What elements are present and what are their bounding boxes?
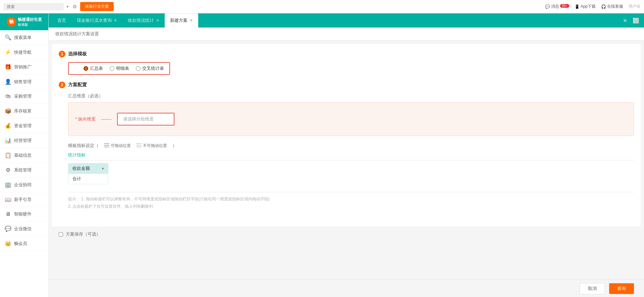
download-icon: 📱 [575, 4, 580, 9]
section1-label: 选择模板 [68, 51, 87, 57]
sidebar-item-label: 智能硬件 [14, 211, 32, 217]
breadcrumb: 收款情况统计方案设置 [49, 28, 644, 41]
indicator-header: 模板指标设定（ [68, 143, 634, 149]
user-name[interactable]: 用户名 [629, 4, 641, 9]
wechat-icon: 💬 [5, 226, 11, 232]
quick-nav-icon: ⚡ [5, 49, 11, 55]
sidebar-item-wechat[interactable]: 💬 企业微信 [0, 221, 48, 236]
sidebar-item-search-menu[interactable]: 🔍 搜索菜单 [0, 30, 48, 45]
search-input[interactable] [3, 3, 64, 10]
tab-home-label: 首页 [57, 17, 66, 23]
sidebar-item-marketing[interactable]: 🎁 营销推广 [0, 60, 48, 75]
dimension-row: * 纵向维度 —— 请选择分组维度 [75, 113, 627, 126]
svg-rect-3 [136, 143, 142, 144]
messages-button[interactable]: 💬 消息 99+ [545, 4, 569, 9]
sidebar-item-label: 快捷导航 [14, 49, 32, 55]
download-button[interactable]: 📱 App下载 [575, 4, 596, 9]
tip-text-2: 2. 点击标题栏下拉可设置排序、插入列和删除列 [68, 203, 634, 210]
tab-receipts-stats-label: 收款情况统计 [128, 17, 154, 23]
not-draggable-label: 不可拖动位置 [143, 143, 167, 149]
radio-detail[interactable]: 明细表 [110, 65, 129, 71]
radio-cross-label: 交叉统计表 [142, 65, 164, 71]
stats-table-header[interactable]: 收款金额 ▾ [68, 163, 108, 174]
radio-summary-label: 汇总表 [90, 65, 103, 71]
tab-maximize[interactable]: ⬜ [631, 16, 641, 25]
dropdown-icon[interactable]: ▾ [66, 4, 69, 9]
member-icon: 👑 [5, 240, 11, 247]
tab-bar: 首页 现金银行流水查询 ✕ 收款情况统计 ✕ 新建方案 ✕ ✕ ⬜ [49, 13, 644, 28]
settings-icon[interactable]: ⚙ [71, 4, 77, 10]
sidebar-item-inventory[interactable]: 📦 库存核算 [0, 104, 48, 118]
sidebar-item-guide[interactable]: 📖 新手引导 [0, 192, 48, 207]
cancel-button[interactable]: 取消 [580, 283, 605, 294]
industry-button[interactable]: 体验行业方案 [80, 2, 114, 11]
enterprise-icon: 🏢 [5, 182, 11, 188]
sidebar-item-operations[interactable]: 📊 经营管理 [0, 133, 48, 148]
tip-label: 提示： [68, 197, 80, 201]
radio-detail-label: 明细表 [116, 65, 129, 71]
sidebar-item-label: 搜索菜单 [14, 35, 32, 41]
sidebar-item-label: 库存核算 [14, 108, 32, 114]
stats-section-label: 统计指标 [68, 152, 634, 160]
headset-icon: 🎧 [601, 4, 606, 9]
tab-new-plan[interactable]: 新建方案 ✕ [165, 13, 198, 28]
support-button[interactable]: 🎧 在线客服 [601, 4, 623, 9]
sales-icon: 👤 [5, 79, 11, 85]
tab-close-window[interactable]: ✕ [622, 16, 629, 25]
tab-bank-flow-label: 现金银行流水查询 [77, 17, 112, 23]
sidebar-item-hardware[interactable]: 🖥 智能硬件 [0, 207, 48, 221]
edition-text: 标准版 [18, 22, 42, 27]
sidebar-item-sales[interactable]: 👤 销售管理 [0, 75, 48, 89]
not-draggable-badge: 不可拖动位置 [136, 143, 167, 149]
tip-text-1: 提示： 1. 拖动标题栏可以调整布局，不可跨维度或指标区域拖动栏目字段(只能在同… [68, 196, 634, 203]
section-template: 1 选择模板 汇总表 明细表 [59, 51, 634, 75]
download-label: App下载 [581, 4, 596, 9]
sidebar-item-label: 采购管理 [14, 93, 32, 99]
section1-number: 1 [59, 51, 65, 57]
radio-summary-input[interactable] [84, 66, 88, 71]
tab-receipts-stats[interactable]: 收款情况统计 ✕ [122, 13, 165, 28]
messages-badge: 99+ [560, 4, 569, 8]
tab-receipts-stats-close[interactable]: ✕ [156, 18, 159, 23]
save-label: 方案保存（可选） [66, 231, 101, 237]
operations-icon: 📊 [5, 137, 11, 144]
sidebar-item-purchase[interactable]: 🛍 采购管理 [0, 89, 48, 104]
svg-rect-1 [104, 145, 109, 146]
sidebar-item-label: 畅会员 [14, 241, 27, 247]
top-bar-left: ▾ ⚙ 体验行业方案 [3, 2, 545, 11]
query-button[interactable]: 查询 [609, 283, 634, 294]
breadcrumb-text: 收款情况统计方案设置 [55, 31, 99, 36]
dim-select-box[interactable]: 请选择分组维度 [117, 113, 174, 126]
section-config: 2 方案配置 汇总维度（必选） * 纵向维度 [59, 82, 634, 213]
not-drag-icon [136, 143, 142, 148]
tab-bank-flow-close[interactable]: ✕ [114, 18, 117, 23]
dim-placeholder: 请选择分组维度 [123, 116, 154, 121]
sidebar-item-label: 新手引导 [14, 197, 32, 203]
radio-detail-input[interactable] [110, 66, 114, 71]
support-label: 在线客服 [607, 4, 623, 9]
purchase-icon: 🛍 [5, 93, 11, 99]
sidebar-item-label: 企业微信 [14, 226, 32, 232]
dimension-area: * 纵向维度 —— 请选择分组维度 [68, 102, 634, 136]
sidebar-item-finance[interactable]: 💰 资金管理 [0, 118, 48, 133]
sidebar-item-system[interactable]: ⚙ 系统管理 [0, 163, 48, 178]
tab-bar-right: ✕ ⬜ [622, 16, 641, 25]
basic-info-icon: 📋 [5, 152, 11, 158]
tab-home[interactable]: 首页 [52, 13, 71, 28]
sidebar-item-quick-nav[interactable]: ⚡ 快捷导航 [0, 45, 48, 60]
sidebar-item-member[interactable]: 👑 畅会员 [0, 236, 48, 251]
stats-table-row: 合计 [68, 174, 108, 184]
save-option-bar: 方案保存（可选） [52, 227, 641, 241]
tip1: 1. 拖动标题栏可以调整布局，不可跨维度或指标区域拖动栏目字段(只能在同一维度或… [81, 197, 269, 201]
radio-summary[interactable]: 汇总表 [84, 65, 103, 71]
tab-bank-flow[interactable]: 现金银行流水查询 ✕ [71, 13, 122, 28]
radio-cross[interactable]: 交叉统计表 [136, 65, 164, 71]
sidebar-item-basic-info[interactable]: 📋 基础信息 [0, 148, 48, 163]
indicator-close-paren: ） [172, 143, 177, 149]
tab-new-plan-close[interactable]: ✕ [190, 18, 193, 23]
sidebar-item-enterprise[interactable]: 🏢 企业协同 [0, 178, 48, 192]
save-checkbox[interactable] [59, 232, 63, 237]
sidebar: 畅 畅捷通好生意 标准版 🔍 搜索菜单 ⚡ 快捷导航 🎁 营销推广 👤 销售管理… [0, 13, 49, 297]
hardware-icon: 🖥 [5, 211, 11, 217]
radio-cross-input[interactable] [136, 66, 141, 71]
